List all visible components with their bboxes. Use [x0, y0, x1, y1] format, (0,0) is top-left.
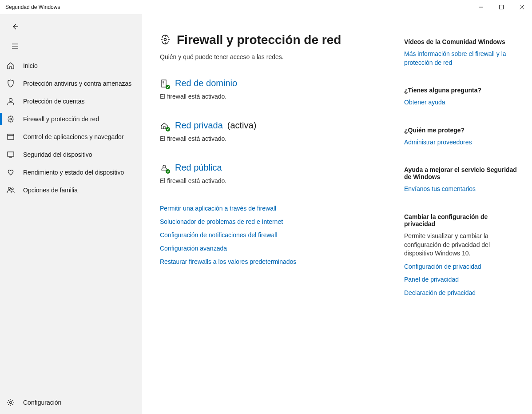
domain-network-icon [160, 79, 169, 88]
main: Firewall y protección de red Quién y qué… [142, 14, 532, 414]
family-icon [6, 186, 15, 195]
advanced-link[interactable]: Configuración avanzada [160, 245, 386, 252]
heart-icon [6, 168, 15, 177]
troubleshoot-link[interactable]: Solucionador de problemas de red e Inter… [160, 218, 386, 225]
maximize-button[interactable] [491, 0, 512, 14]
svg-rect-0 [500, 5, 504, 9]
allow-app-link[interactable]: Permitir una aplicación a través de fire… [160, 205, 386, 212]
rail-heading: ¿Tienes alguna pregunta? [404, 87, 520, 94]
gear-icon [6, 398, 15, 407]
rail-privacy: Cambiar la configuración de privacidad P… [404, 213, 520, 298]
right-rail: Vídeos de la Comunidad Windows Más infor… [404, 33, 520, 414]
domain-network-status: El firewall está activado. [160, 93, 386, 100]
app-browser-icon [6, 132, 15, 141]
window-title: Seguridad de Windows [5, 4, 60, 10]
providers-link[interactable]: Administrar proveedores [404, 138, 520, 147]
rail-heading: Ayuda a mejorar el servicio Seguridad de… [404, 166, 520, 180]
privacy-panel-link[interactable]: Panel de privacidad [404, 275, 520, 284]
page-title: Firewall y protección de red [177, 33, 341, 47]
private-network-icon [160, 121, 169, 130]
private-network-status: El firewall está activado. [160, 135, 386, 142]
window-controls [471, 0, 532, 14]
svg-point-5 [8, 187, 11, 190]
nav-virus[interactable]: Protección antivirus y contra amenazas [0, 75, 142, 92]
nav-family[interactable]: Opciones de familia [0, 181, 142, 199]
nav-label: Protección antivirus y contra amenazas [23, 80, 131, 87]
sidebar: Inicio Protección antivirus y contra ame… [0, 14, 142, 414]
nav-label: Opciones de familia [23, 187, 78, 194]
videos-link[interactable]: Más información sobre el firewall y la p… [404, 50, 520, 67]
back-button[interactable] [6, 18, 24, 36]
private-network-active-suffix: (activa) [227, 120, 257, 130]
help-link[interactable]: Obtener ayuda [404, 98, 520, 107]
rail-heading: ¿Quién me protege? [404, 127, 520, 134]
nav-app-browser[interactable]: Control de aplicaciones y navegador [0, 128, 142, 146]
nav-label: Firewall y protección de red [23, 115, 99, 123]
nav-device-security[interactable]: Seguridad del dispositivo [0, 146, 142, 163]
domain-network-link[interactable]: Red de dominio [175, 78, 237, 88]
private-network-link[interactable]: Red privada [175, 120, 223, 130]
firewall-icon [6, 115, 15, 123]
person-icon [6, 97, 15, 106]
check-badge-icon [166, 169, 170, 174]
svg-point-1 [9, 99, 12, 102]
nav-label: Configuración [23, 399, 61, 406]
nav-label: Seguridad del dispositivo [23, 151, 92, 158]
rail-improve: Ayuda a mejorar el servicio Seguridad de… [404, 166, 520, 194]
restore-link[interactable]: Restaurar firewalls a los valores predet… [160, 258, 386, 265]
titlebar: Seguridad de Windows [0, 0, 532, 14]
firewall-links: Permitir una aplicación a través de fire… [160, 205, 386, 265]
svg-rect-3 [8, 134, 14, 139]
svg-point-2 [10, 118, 12, 120]
nav-firewall[interactable]: Firewall y protección de red [0, 110, 142, 128]
check-badge-icon [166, 85, 170, 89]
content: Firewall y protección de red Quién y qué… [160, 33, 386, 414]
feedback-link[interactable]: Envíanos tus comentarios [404, 185, 520, 194]
rail-videos: Vídeos de la Comunidad Windows Más infor… [404, 38, 520, 67]
rail-question: ¿Tienes alguna pregunta? Obtener ayuda [404, 87, 520, 107]
minimize-button[interactable] [471, 0, 491, 14]
notifications-link[interactable]: Configuración de notificaciones del fire… [160, 231, 386, 239]
nav-health[interactable]: Rendimiento y estado del dispositivo [0, 163, 142, 181]
public-network-icon [160, 163, 169, 172]
nav-label: Inicio [23, 62, 38, 69]
shield-icon [6, 79, 15, 88]
rail-protect: ¿Quién me protege? Administrar proveedor… [404, 127, 520, 147]
rail-text: Permite visualizar y cambiar la configur… [404, 232, 520, 258]
svg-point-6 [12, 188, 13, 190]
check-badge-icon [166, 127, 170, 131]
nav-home[interactable]: Inicio [0, 57, 142, 75]
nav-settings[interactable]: Configuración [0, 394, 142, 411]
hamburger-button[interactable] [6, 37, 24, 55]
public-network-link[interactable]: Red pública [175, 163, 222, 173]
firewall-icon [160, 34, 171, 46]
privacy-settings-link[interactable]: Configuración de privacidad [404, 263, 520, 271]
close-button[interactable] [512, 0, 532, 14]
svg-point-7 [10, 402, 12, 404]
page-subtitle: Quién y qué puede tener acceso a las red… [160, 53, 386, 60]
privacy-declaration-link[interactable]: Declaración de privacidad [404, 289, 520, 298]
network-private-section: Red privada (activa) El firewall está ac… [160, 120, 386, 142]
nav-account[interactable]: Protección de cuentas [0, 92, 142, 110]
nav-label: Rendimiento y estado del dispositivo [23, 169, 124, 176]
device-icon [6, 150, 15, 159]
home-icon [6, 61, 15, 70]
nav-label: Control de aplicaciones y navegador [23, 133, 123, 140]
public-network-status: El firewall está activado. [160, 177, 386, 184]
svg-point-8 [164, 38, 167, 40]
svg-rect-4 [8, 152, 14, 156]
nav: Inicio Protección antivirus y contra ame… [0, 57, 142, 394]
network-domain-section: Red de dominio El firewall está activado… [160, 78, 386, 100]
rail-heading: Vídeos de la Comunidad Windows [404, 38, 520, 45]
nav-label: Protección de cuentas [23, 98, 85, 105]
network-public-section: Red pública El firewall está activado. [160, 163, 386, 184]
page-header: Firewall y protección de red [160, 33, 386, 47]
rail-heading: Cambiar la configuración de privacidad [404, 213, 520, 227]
